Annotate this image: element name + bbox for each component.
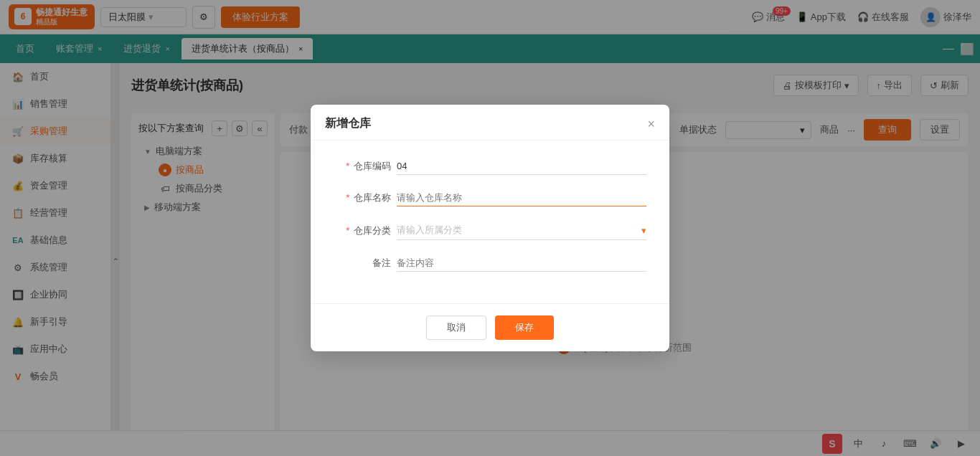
code-input[interactable] xyxy=(397,158,646,175)
category-select[interactable]: 请输入所属分类 ▾ xyxy=(397,221,646,240)
form-row-remark: 备注 xyxy=(334,255,646,272)
dialog-footer: 取消 保存 xyxy=(311,303,669,351)
category-label: * 仓库分类 xyxy=(334,224,391,237)
remark-label: 备注 xyxy=(334,257,391,270)
new-warehouse-dialog: 新增仓库 × * 仓库编码 * 仓库名称 xyxy=(311,105,669,351)
remark-input[interactable] xyxy=(397,255,646,272)
save-button[interactable]: 保存 xyxy=(495,315,554,340)
dialog-title: 新增仓库 xyxy=(325,116,371,131)
name-input[interactable] xyxy=(397,189,646,206)
dialog-header: 新增仓库 × xyxy=(311,105,669,141)
form-row-name: * 仓库名称 xyxy=(334,189,646,206)
name-label: * 仓库名称 xyxy=(334,191,391,204)
dialog-overlay: 新增仓库 × * 仓库编码 * 仓库名称 xyxy=(0,0,980,456)
required-star: * xyxy=(346,225,349,236)
code-label: * 仓库编码 xyxy=(334,160,391,173)
chevron-down-icon: ▾ xyxy=(641,225,646,236)
form-row-code: * 仓库编码 xyxy=(334,158,646,175)
cancel-button[interactable]: 取消 xyxy=(426,315,486,340)
required-star: * xyxy=(346,192,349,203)
required-star: * xyxy=(346,161,349,171)
dialog-body: * 仓库编码 * 仓库名称 * 仓库分类 请输入所属 xyxy=(311,141,669,303)
dialog-close-button[interactable]: × xyxy=(647,118,655,130)
form-row-category: * 仓库分类 请输入所属分类 ▾ xyxy=(334,221,646,240)
category-placeholder: 请输入所属分类 xyxy=(397,224,462,237)
